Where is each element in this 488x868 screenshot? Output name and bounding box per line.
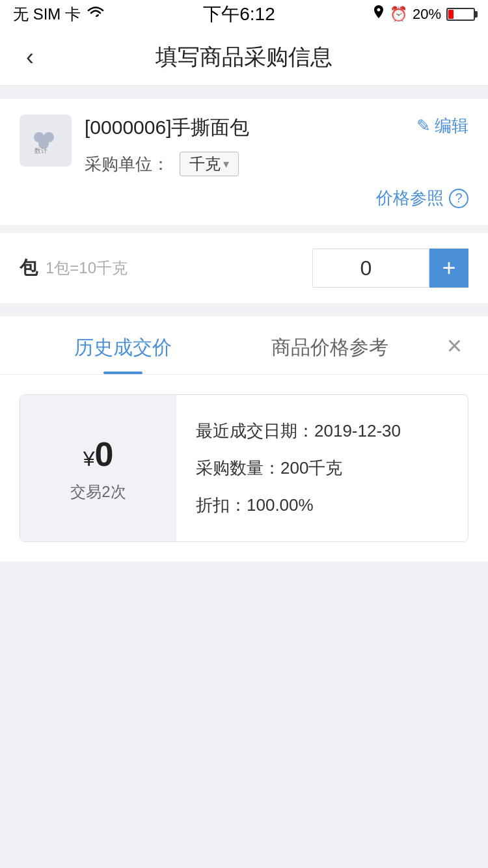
tab-price-ref-label: 商品价格参考 — [271, 336, 388, 358]
unit-icon-label: 包 — [20, 256, 38, 280]
status-time: 下午6:12 — [203, 2, 275, 27]
edit-button[interactable]: ✎ 编辑 — [416, 115, 468, 137]
help-icon: ? — [449, 189, 468, 208]
discount-row: 折扣：100.00% — [196, 493, 448, 518]
quantity-input[interactable] — [312, 249, 429, 288]
history-card-left: ¥0 交易2次 — [20, 395, 176, 541]
unit-hint: 1包=10千克 — [46, 258, 128, 278]
back-button[interactable]: ‹ — [20, 37, 40, 77]
svg-text:数计: 数计 — [34, 147, 47, 154]
price-ref-button[interactable]: 价格参照 ? — [376, 187, 468, 210]
sim-label: 无 SIM 卡 — [13, 4, 81, 25]
product-left: 数计 [0000006]手撕面包 采购单位： 千克 ▾ — [20, 115, 249, 176]
quantity-plus-button[interactable]: + — [429, 249, 468, 288]
recent-date-label: 最近成交日期： — [196, 421, 314, 441]
unit-value: 千克 — [189, 154, 221, 174]
tab-active-indicator — [103, 372, 142, 374]
unit-label: 采购单位： — [85, 153, 169, 176]
battery-percent: 20% — [413, 6, 441, 23]
status-bar: 无 SIM 卡 下午6:12 ⏰ 20% — [0, 0, 488, 29]
history-card-right: 最近成交日期：2019-12-30 采购数量：200千克 折扣：100.00% — [176, 395, 468, 541]
tabs-header: 历史成交价 商品价格参考 × — [0, 316, 488, 375]
quantity-label-wrap: 包 1包=10千克 — [20, 256, 128, 280]
tabs-panel: 历史成交价 商品价格参考 × ¥0 交易2次 最近成交日期：2019-12-30… — [0, 316, 488, 562]
quantity-row: 包 1包=10千克 + — [0, 233, 488, 303]
battery-icon — [446, 8, 475, 21]
location-icon — [373, 5, 385, 23]
tab-history-price[interactable]: 历史成交价 — [20, 316, 226, 374]
alarm-icon: ⏰ — [390, 6, 407, 23]
divider — [0, 225, 488, 233]
nav-bar: ‹ 填写商品采购信息 — [0, 29, 488, 86]
product-thumbnail: 数计 — [20, 115, 72, 167]
product-card: 数计 [0000006]手撕面包 采购单位： 千克 ▾ ✎ 编辑 价格参照 — [0, 99, 488, 225]
price-ref-row: 价格参照 ? — [20, 187, 468, 210]
history-price: ¥0 — [83, 435, 114, 474]
dropdown-icon: ▾ — [223, 157, 229, 171]
currency-symbol: ¥ — [83, 447, 95, 470]
tab-product-price-ref[interactable]: 商品价格参考 — [226, 316, 433, 374]
quantity-detail-value: 200千克 — [280, 458, 342, 478]
recent-date-row: 最近成交日期：2019-12-30 — [196, 418, 448, 444]
tabs-content: ¥0 交易2次 最近成交日期：2019-12-30 采购数量：200千克 折扣：… — [0, 375, 488, 562]
recent-date-value: 2019-12-30 — [314, 421, 401, 441]
status-right: ⏰ 20% — [373, 5, 475, 23]
empty-area — [0, 562, 488, 868]
edit-icon: ✎ — [416, 116, 431, 136]
wifi-icon — [86, 5, 105, 23]
history-card: ¥0 交易2次 最近成交日期：2019-12-30 采购数量：200千克 折扣：… — [20, 394, 468, 542]
product-info: [0000006]手撕面包 采购单位： 千克 ▾ — [85, 115, 249, 176]
price-ref-label: 价格参照 — [376, 187, 444, 210]
status-left: 无 SIM 卡 — [13, 4, 105, 25]
edit-label: 编辑 — [435, 115, 468, 137]
page-title: 填写商品采购信息 — [156, 42, 332, 72]
product-name: [0000006]手撕面包 — [85, 115, 249, 141]
product-unit-row: 采购单位： 千克 ▾ — [85, 152, 249, 176]
price-value: 0 — [94, 435, 113, 473]
discount-value: 100.00% — [247, 495, 314, 515]
discount-label: 折扣： — [196, 495, 247, 515]
quantity-input-wrap: + — [312, 249, 468, 288]
tab-history-label: 历史成交价 — [74, 336, 172, 358]
quantity-detail-label: 采购数量： — [196, 458, 280, 478]
unit-selector[interactable]: 千克 ▾ — [180, 152, 239, 176]
quantity-row-detail: 采购数量：200千克 — [196, 455, 448, 481]
tabs-close-button[interactable]: × — [434, 326, 468, 365]
trade-count: 交易2次 — [70, 481, 126, 502]
product-header: 数计 [0000006]手撕面包 采购单位： 千克 ▾ ✎ 编辑 — [20, 115, 468, 176]
